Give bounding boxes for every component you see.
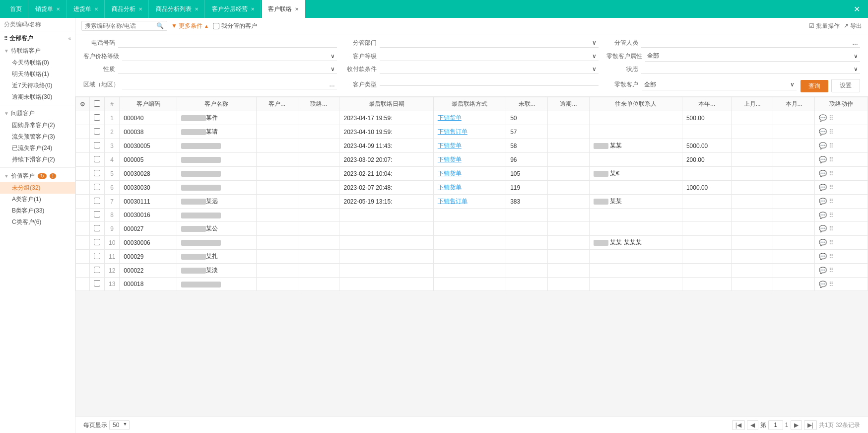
close-icon[interactable]: ✕ [195,6,199,12]
search-box[interactable]: 🔍 [81,21,167,31]
close-icon[interactable]: ✕ [56,6,60,12]
row-checkbox[interactable] [94,114,100,121]
tab-customer-segment[interactable]: 客户分层经营 ✕ [206,0,261,18]
reset-button[interactable]: 设置 [831,79,860,92]
collapse-icon[interactable]: « [68,36,71,41]
contact-action-icon[interactable]: 💬 [819,114,827,122]
contact-action-icon[interactable]: 💬 [819,184,827,191]
more-action-icon[interactable]: ⠿ [829,198,834,205]
row-check-cell[interactable] [90,250,105,264]
next-page-btn[interactable]: ▶ [791,420,802,430]
row-checkbox[interactable] [94,253,100,259]
row-check-cell[interactable] [90,125,105,139]
more-action-icon[interactable]: ⠿ [829,239,834,246]
phone-input[interactable] [118,38,337,48]
contact-action-icon[interactable]: 💬 [819,128,827,136]
row-checkbox[interactable] [94,156,100,162]
row-checkbox[interactable] [94,128,100,135]
pending-group[interactable]: ▼ 待联络客户 [0,45,75,57]
row-check-cell[interactable] [90,278,105,291]
batch-op-btn[interactable]: ☑ 批量操作 [809,22,840,30]
dept-select[interactable]: ∨ [380,38,599,48]
row-checkbox[interactable] [94,142,100,148]
nav-close-button[interactable]: ✕ [850,2,864,16]
sidebar-item-7day-pending[interactable]: 近7天待联络(0) [0,80,75,91]
sidebar-item-overdue[interactable]: 逾期未联络(30) [0,91,75,103]
row-check-cell[interactable] [90,181,105,195]
row-check-cell[interactable] [90,111,105,125]
last-method-link[interactable]: 下销货单 [438,170,462,177]
contact-action-icon[interactable]: 💬 [819,267,827,274]
close-icon[interactable]: ✕ [138,6,142,12]
tab-sales-order[interactable]: 销货单 ✕ [29,0,67,18]
query-button[interactable]: 查询 [801,80,828,92]
last-method-link[interactable]: 下销售订单 [438,198,467,205]
cust-type-select[interactable] [380,83,599,86]
sidebar-item-declining[interactable]: 持续下滑客户(2) [0,154,75,165]
contact-action-icon[interactable]: 💬 [819,212,827,219]
person-select[interactable]: … [641,38,860,48]
gear-col-header[interactable]: ⚙ [76,97,90,111]
check-all-header[interactable] [90,97,105,111]
row-check-cell[interactable] [90,236,105,250]
more-conditions-btn[interactable]: ▼ 更多条件 ▲ [171,22,209,30]
status-select[interactable]: ∨ [641,65,860,74]
per-page-dropdown[interactable]: 50 ▼ [109,420,130,430]
tab-home[interactable]: 首页 [4,0,28,18]
contact-action-icon[interactable]: 💬 [819,170,827,177]
sidebar-item-today-pending[interactable]: 今天待联络(0) [0,57,75,69]
check-all[interactable] [94,100,100,107]
retail-select[interactable]: 全部 ∨ [642,79,797,90]
more-action-icon[interactable]: ⠿ [829,142,834,149]
row-check-cell[interactable] [90,153,105,167]
tab-customer-contact[interactable]: 客户联络 ✕ [262,0,305,18]
search-icon[interactable]: 🔍 [156,22,164,29]
more-action-icon[interactable]: ⠿ [829,170,834,177]
more-icon[interactable]: … [852,39,858,46]
close-icon[interactable]: ✕ [251,6,255,12]
export-btn[interactable]: ↗ 导出 [844,22,862,30]
contact-action-icon[interactable]: 💬 [819,142,827,149]
last-method-link[interactable]: 下销货单 [438,156,462,163]
my-customers-check[interactable] [213,23,219,29]
row-checkbox[interactable] [94,280,100,287]
more-action-icon[interactable]: ⠿ [829,267,834,274]
payment-select[interactable]: ∨ [380,65,599,74]
close-icon[interactable]: ✕ [94,6,98,12]
row-check-cell[interactable] [90,264,105,278]
row-checkbox[interactable] [94,184,100,190]
tab-product-analysis[interactable]: 商品分析 ✕ [106,0,149,18]
more-action-icon[interactable]: ⠿ [829,253,834,260]
sidebar-item-class-b[interactable]: B类客户(33) [0,205,75,216]
last-method-link[interactable]: 下销货单 [438,114,462,121]
sidebar-item-ungrouped[interactable]: 未分组(32) [0,182,75,194]
my-customers-checkbox[interactable]: 我分管的客户 [213,22,257,30]
row-check-cell[interactable] [90,222,105,236]
row-checkbox[interactable] [94,170,100,176]
last-method-link[interactable]: 下销货单 [438,142,462,149]
contact-action-icon[interactable]: 💬 [819,239,827,246]
close-icon[interactable]: ✕ [295,6,299,12]
problem-group[interactable]: ▼ 问题客户 [0,107,75,120]
tab-product-analysis-list[interactable]: 商品分析列表 ✕ [150,0,205,18]
contact-action-icon[interactable]: 💬 [819,253,827,260]
row-check-cell[interactable] [90,209,105,222]
sidebar-item-class-c[interactable]: C类客户(6) [0,216,75,228]
retail-attr-select[interactable]: 全部 ∨ [645,51,860,62]
first-page-btn[interactable]: |◀ [732,420,745,430]
row-checkbox[interactable] [94,239,100,245]
last-method-link[interactable]: 下销售订单 [438,128,467,135]
more-action-icon[interactable]: ⠿ [829,212,834,219]
more-action-icon[interactable]: ⠿ [829,281,834,288]
row-checkbox[interactable] [94,267,100,273]
sidebar-item-churn-warning[interactable]: 流失预警客户(3) [0,131,75,143]
sidebar-item-tomorrow-pending[interactable]: 明天待联络(1) [0,69,75,80]
row-check-cell[interactable] [90,167,105,181]
page-number-input[interactable] [768,420,783,430]
row-checkbox[interactable] [94,225,100,231]
row-checkbox[interactable] [94,211,100,217]
row-check-cell[interactable] [90,139,105,153]
contact-action-icon[interactable]: 💬 [819,156,827,163]
contact-action-icon[interactable]: 💬 [819,281,827,288]
sidebar-item-class-a[interactable]: A类客户(1) [0,194,75,205]
